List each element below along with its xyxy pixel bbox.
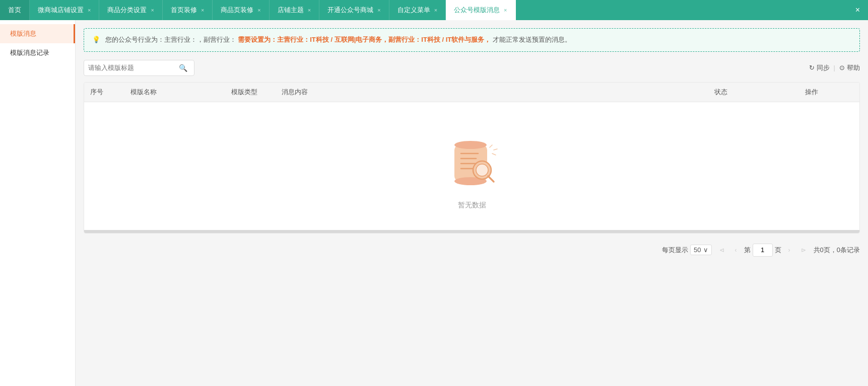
tab-open-shop[interactable]: 开通公众号商城× bbox=[319, 0, 389, 20]
table-col-content: 消息内容 bbox=[276, 83, 708, 102]
tab-label: 商品分类设置 bbox=[107, 6, 147, 15]
prev-page-button[interactable]: ‹ bbox=[730, 244, 742, 256]
tab-template-msg[interactable]: 公众号模版消息× bbox=[446, 0, 515, 20]
next-page-button[interactable]: › bbox=[783, 244, 795, 256]
tab-custom-menu[interactable]: 自定义菜单× bbox=[389, 0, 446, 20]
tab-close-icon[interactable]: × bbox=[201, 7, 204, 13]
main-layout: 模版消息模版消息记录 💡 您的公众号行业为：主营行业：，副营行业： 需要设置为：… bbox=[0, 20, 868, 386]
tab-product-page[interactable]: 商品页装修× bbox=[213, 0, 269, 20]
content-area: 💡 您的公众号行业为：主营行业：，副营行业： 需要设置为：主营行业：IT科技 /… bbox=[76, 20, 868, 386]
sync-icon: ↻ bbox=[809, 64, 815, 71]
table-header: 序号模版名称模版类型消息内容状态操作 bbox=[84, 83, 859, 102]
tab-bar: 首页微商城店铺设置×商品分类设置×首页装修×商品页装修×店铺主题×开通公众号商城… bbox=[0, 0, 868, 20]
search-input[interactable] bbox=[88, 64, 179, 71]
tab-category[interactable]: 商品分类设置× bbox=[99, 0, 162, 20]
last-page-button[interactable]: ⊳ bbox=[797, 244, 810, 256]
tab-close-icon[interactable]: × bbox=[257, 7, 260, 13]
tab-close-icon[interactable]: × bbox=[504, 7, 507, 13]
tab-label: 公众号模版消息 bbox=[454, 6, 500, 15]
tab-home[interactable]: 首页 bbox=[0, 0, 30, 20]
table-col-index: 序号 bbox=[84, 83, 124, 102]
help-icon: ⊙ bbox=[839, 64, 845, 71]
close-all-tabs-button[interactable]: × bbox=[847, 6, 868, 15]
page-size-value: 50 bbox=[694, 246, 701, 254]
svg-line-10 bbox=[488, 176, 494, 182]
notice-text2: 才能正常发送预置的消息。 bbox=[493, 36, 571, 43]
page-size-select: 每页显示 50 ∨ bbox=[662, 245, 711, 255]
chevron-down-icon: ∨ bbox=[703, 246, 708, 254]
tab-close-icon[interactable]: × bbox=[151, 7, 154, 13]
tab-close-icon[interactable]: × bbox=[308, 7, 311, 13]
notice-text1: 您的公众号行业为：主营行业：，副营行业： bbox=[105, 36, 236, 43]
tab-label: 开通公众号商城 bbox=[327, 6, 373, 15]
table-col-action: 操作 bbox=[799, 83, 859, 102]
table-col-type: 模版类型 bbox=[225, 83, 276, 102]
current-page-input[interactable] bbox=[753, 244, 773, 257]
tab-label: 首页 bbox=[8, 6, 21, 15]
divider: | bbox=[834, 64, 835, 71]
sidebar-item-template-log[interactable]: 模版消息记录 bbox=[0, 43, 75, 62]
tab-homepage[interactable]: 首页装修× bbox=[163, 0, 213, 20]
tab-theme[interactable]: 店铺主题× bbox=[270, 0, 319, 20]
svg-line-13 bbox=[494, 149, 497, 150]
tab-label: 自定义菜单 bbox=[397, 6, 430, 15]
empty-state: 暂无数据 bbox=[84, 102, 859, 230]
search-bar: 🔍 ↻ 同步 | ⊙ 帮助 bbox=[84, 60, 860, 76]
tab-label: 首页装修 bbox=[171, 6, 197, 15]
table-col-name: 模版名称 bbox=[124, 83, 225, 102]
table-col-status: 状态 bbox=[708, 83, 799, 102]
notice-highlight: 需要设置为：主营行业：IT科技 / 互联网|电子商务，副营行业：IT科技 / I… bbox=[238, 36, 491, 43]
pagination: 每页显示 50 ∨ ⊲ ‹ 第 页 › ⊳ 共0页，0条记录 bbox=[84, 240, 860, 261]
data-table: 序号模版名称模版类型消息内容状态操作 bbox=[84, 82, 860, 234]
tab-label: 店铺主题 bbox=[278, 6, 304, 15]
svg-line-14 bbox=[492, 153, 496, 155]
page-size-dropdown[interactable]: 50 ∨ bbox=[690, 245, 711, 255]
empty-illustration bbox=[442, 132, 502, 193]
search-icon[interactable]: 🔍 bbox=[179, 64, 187, 72]
sidebar-item-template-msg[interactable]: 模版消息 bbox=[0, 24, 75, 43]
help-button[interactable]: ⊙ 帮助 bbox=[839, 63, 860, 72]
search-input-wrapper: 🔍 bbox=[84, 60, 194, 76]
total-count: 共0页，0条记录 bbox=[814, 246, 860, 255]
search-actions: ↻ 同步 | ⊙ 帮助 bbox=[809, 63, 860, 72]
first-page-button[interactable]: ⊲ bbox=[716, 244, 728, 256]
page-label-first: 第 bbox=[744, 246, 751, 255]
help-label: 帮助 bbox=[847, 63, 860, 72]
horizontal-scrollbar[interactable] bbox=[84, 230, 859, 233]
page-size-label: 每页显示 bbox=[662, 246, 688, 255]
tab-close-icon[interactable]: × bbox=[377, 7, 380, 13]
empty-text: 暂无数据 bbox=[458, 201, 486, 210]
page-navigation: ⊲ ‹ 第 页 › ⊳ bbox=[716, 244, 810, 257]
sync-label: 同步 bbox=[817, 63, 830, 72]
sidebar: 模版消息模版消息记录 bbox=[0, 20, 76, 386]
svg-point-2 bbox=[454, 141, 487, 149]
tab-close-icon[interactable]: × bbox=[88, 7, 91, 13]
notice-icon: 💡 bbox=[92, 36, 100, 43]
tab-label: 商品页装修 bbox=[221, 6, 253, 15]
tab-label: 微商城店铺设置 bbox=[38, 6, 84, 15]
tab-wshop[interactable]: 微商城店铺设置× bbox=[30, 0, 99, 20]
notice-banner: 💡 您的公众号行业为：主营行业：，副营行业： 需要设置为：主营行业：IT科技 /… bbox=[84, 28, 860, 52]
page-label-second: 页 bbox=[775, 246, 781, 255]
sync-button[interactable]: ↻ 同步 bbox=[809, 63, 830, 72]
tab-close-icon[interactable]: × bbox=[434, 7, 437, 13]
svg-line-12 bbox=[490, 145, 492, 147]
